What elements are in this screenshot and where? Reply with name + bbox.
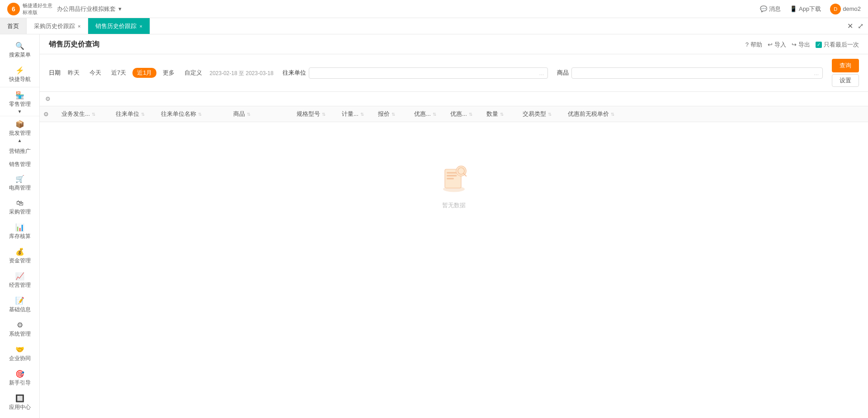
goods-input[interactable]: ... [571,67,823,79]
date-btn-more[interactable]: 更多 [159,68,178,78]
sort-icon-price: ⇅ [392,112,395,117]
tab-home[interactable]: 首页 [0,18,27,34]
sort-icon-spec: ⇅ [322,112,326,117]
th-price[interactable]: 报价 ⇅ [374,110,410,118]
sidebar-item-wholesale-label: 批发管理 [9,129,31,137]
th-goods[interactable]: 商品 ⇅ [230,110,293,118]
sidebar-item-wholesale-mgmt[interactable]: 📦 批发管理 ▲ [0,116,39,145]
sidebar-item-corp-wechat[interactable]: 💬 企业微信 [0,415,39,418]
sidebar-item-search-menu-label: 搜索菜单 [9,51,31,59]
table-settings-icon[interactable]: ⚙ [45,95,51,102]
th-disc2[interactable]: 优惠... ⇅ [447,110,483,118]
tab-spacer [150,18,843,34]
th-notax-price[interactable]: 优惠前无税单价 ⇅ [564,110,868,118]
date-btn-today[interactable]: 今天 [86,68,105,78]
sidebar-item-quick-nav[interactable]: ⚡ 快捷导航 [0,62,39,87]
sidebar-item-purchase[interactable]: 🛍 采购管理 [0,195,39,219]
sidebar-item-marketing[interactable]: 营销推广 [0,145,39,158]
sidebar-item-retail-mgmt[interactable]: 🏪 零售管理 ▼ [0,87,39,116]
tab-sales-history-close[interactable]: × [139,24,142,29]
tab-expand-button[interactable]: ⤢ [858,22,863,30]
top-bar-left: 6 畅捷通好生意 标准版 办公用品行业模拟账套 ▾ [7,2,122,15]
handshake-icon: 🤝 [15,345,24,354]
th-biz-date[interactable]: 业务发生... ⇅ [58,110,112,118]
th-disc1-label: 优惠... [414,110,431,118]
sort-icon-disc1: ⇅ [433,112,436,117]
target-icon: 🎯 [15,370,24,378]
sidebar-operations-label: 经营管理 [9,281,31,289]
date-btn-1month[interactable]: 近1月 [132,68,156,78]
date-btn-7days[interactable]: 近7天 [108,68,130,78]
cart-icon: 🛒 [15,175,24,183]
date-btn-yesterday[interactable]: 昨天 [64,68,83,78]
th-spec-label: 规格型号 [297,110,320,118]
sort-icon-trade: ⇅ [548,112,552,117]
tab-controls: ✕ ⤢ [843,18,868,34]
date-filter-group: 日期 昨天 今天 近7天 近1月 更多 自定义 2023-02-18 至 202… [49,68,274,78]
sidebar-purchase-label: 采购管理 [9,208,31,216]
message-button[interactable]: 💬 消息 [760,5,781,13]
goods-label: 商品 [557,69,569,77]
logo-text: 畅捷通好生意 标准版 [23,2,52,15]
only-last-checkbox[interactable]: ✓ 只看最后一次 [816,41,859,49]
tab-home-label: 首页 [7,22,19,30]
import-button[interactable]: ↩ 导入 [768,41,786,49]
sidebar-item-enterprise[interactable]: 🤝 企业协同 [0,342,39,366]
grid-icon: 🔲 [15,394,24,403]
sidebar-item-newcomer[interactable]: 🎯 新手引导 [0,366,39,390]
sidebar-item-ecom[interactable]: 🛒 电商管理 [0,171,39,195]
chart-icon: 📊 [15,223,24,232]
sidebar-item-retail-label: 零售管理 [9,100,31,108]
sort-icon-goods: ⇅ [247,112,250,117]
date-filter: 昨天 今天 近7天 近1月 更多 自定义 [64,68,206,78]
th-spec[interactable]: 规格型号 ⇅ [293,110,338,118]
chevron-up-icon: ▲ [18,138,22,143]
th-disc1[interactable]: 优惠... ⇅ [410,110,447,118]
settings-button[interactable]: 设置 [832,74,859,87]
tab-purchase-history[interactable]: 采购历史价跟踪 × [27,18,88,34]
sidebar-item-operations[interactable]: 📈 经营管理 [0,268,39,293]
bag-icon: 🛍 [16,199,24,207]
tab-purchase-history-close[interactable]: × [78,24,80,29]
th-unit-label: 计量... [342,110,359,118]
sidebar-basic-label: 基础信息 [9,306,31,314]
sort-icon-unit-code: ⇅ [141,112,145,117]
partner-input[interactable]: ... [309,67,548,79]
content-area: 销售历史价查询 ? 帮助 ↩ 导入 ↪ 导出 ✓ [40,34,868,418]
sidebar-item-quick-nav-label: 快捷导航 [9,76,31,83]
app-download-button[interactable]: 📱 App下载 [790,5,821,13]
help-button[interactable]: ? 帮助 [745,41,762,49]
th-unit-code[interactable]: 往来单位 ⇅ [112,110,157,118]
message-icon: 💬 [760,5,767,12]
sidebar-item-sales-mgmt[interactable]: 销售管理 [0,158,39,171]
table-header: ⚙ 业务发生... ⇅ 往来单位 ⇅ 往来单位名称 ⇅ [40,106,868,122]
date-label: 日期 [49,69,61,77]
th-price-label: 报价 [378,110,390,118]
tab-sales-history-label: 销售历史价跟踪 [95,22,137,30]
th-unit-name[interactable]: 往来单位名称 ⇅ [157,110,230,118]
sidebar-item-sys-mgmt[interactable]: ⚙ 系统管理 [0,317,39,342]
column-settings-icon[interactable]: ⚙ [43,111,49,118]
tab-sales-history[interactable]: 销售历史价跟踪 × [88,18,150,34]
sidebar-item-app-center[interactable]: 🔲 应用中心 [0,390,39,415]
sidebar-item-finance[interactable]: 💰 资金管理 [0,244,39,268]
workspace-title: 办公用品行业模拟账套 ▾ [57,5,122,13]
page-actions: ? 帮助 ↩ 导入 ↪ 导出 ✓ 只看最后一次 [745,41,859,49]
th-unit[interactable]: 计量... ⇅ [338,110,374,118]
sidebar-item-search-menu[interactable]: 🔍 搜索菜单 [0,38,39,62]
tab-close-button[interactable]: ✕ [847,22,853,30]
th-trade[interactable]: 交易类型 ⇅ [519,110,564,118]
user-menu[interactable]: D demo2 [830,4,861,14]
sidebar-inventory-label: 库存核算 [9,233,31,240]
th-qty[interactable]: 数量 ⇅ [483,110,519,118]
query-button[interactable]: 查询 [832,59,859,72]
date-btn-custom[interactable]: 自定义 [181,68,206,78]
sidebar-item-basic-info[interactable]: 📝 基础信息 [0,293,39,317]
empty-text: 暂无数据 [442,201,466,209]
sort-icon-unit: ⇅ [360,112,364,117]
chevron-down-icon[interactable]: ▾ [118,5,122,12]
sidebar-item-inventory[interactable]: 📊 库存核算 [0,219,39,244]
th-disc2-label: 优惠... [450,110,467,118]
export-button[interactable]: ↪ 导出 [792,41,810,49]
svg-rect-3 [447,175,457,176]
